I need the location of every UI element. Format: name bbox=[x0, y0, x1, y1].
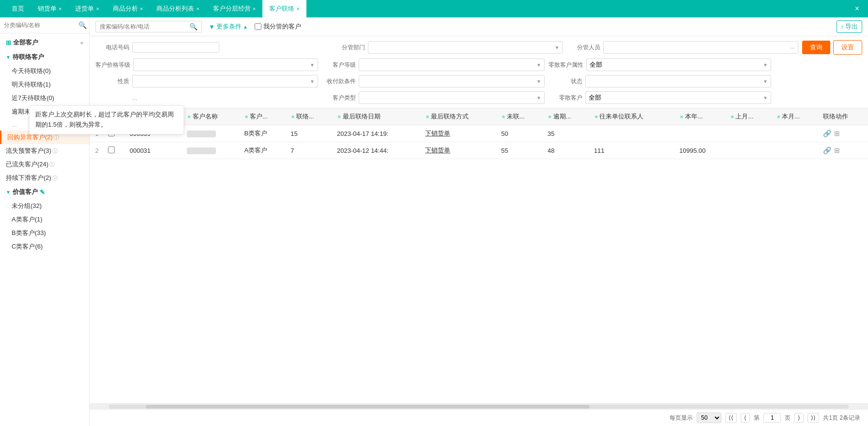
nav-customer-contact[interactable]: 客户联络 × bbox=[262, 0, 306, 17]
edit-icon[interactable]: ✎ bbox=[40, 189, 45, 196]
row-checkbox[interactable] bbox=[104, 142, 126, 159]
row-last-way[interactable]: 下销货单 bbox=[421, 125, 497, 142]
col-this-year[interactable]: ≡ 本年... bbox=[675, 108, 726, 125]
customer-type-select[interactable]: ▼ bbox=[359, 91, 545, 104]
sidebar-all-customers[interactable]: ⊞ 全部客户 « bbox=[0, 35, 89, 50]
nav-customer-contact-close[interactable]: × bbox=[296, 6, 299, 12]
my-customers-check[interactable]: 我分管的客户 bbox=[255, 22, 301, 31]
per-page-select[interactable]: 50 100 bbox=[697, 412, 721, 423]
action-grid-icon[interactable]: ⊞ bbox=[834, 147, 840, 154]
more-dots[interactable]: ... bbox=[132, 94, 137, 102]
action-grid-icon[interactable]: ⊞ bbox=[834, 130, 840, 137]
nav-sales[interactable]: 销货单 × bbox=[31, 0, 68, 17]
close-all-tabs[interactable]: × bbox=[851, 4, 863, 13]
info-icon-lost[interactable]: ⓘ bbox=[52, 147, 58, 155]
grid-icon: ⊞ bbox=[6, 39, 11, 46]
row-this-month bbox=[773, 125, 819, 142]
col-last-date[interactable]: ≡ 最后联络日期 bbox=[333, 108, 421, 125]
pag-last-btn[interactable]: ⟩⟩ bbox=[807, 413, 819, 423]
sidebar-value-header[interactable]: ▼ 价值客户 ✎ bbox=[0, 185, 89, 199]
sidebar-search-input[interactable] bbox=[4, 22, 76, 29]
sidebar-search-icon[interactable]: 🔍 bbox=[78, 21, 87, 29]
nav-product-analysis[interactable]: 商品分析 × bbox=[106, 0, 150, 17]
nav-product-analysis-list[interactable]: 商品分析列表 × bbox=[150, 0, 206, 17]
col-this-month[interactable]: ≡ 本月... bbox=[773, 108, 819, 125]
retail-attr-arrow: ▼ bbox=[763, 62, 768, 68]
pag-prev-btn[interactable]: ⟨ bbox=[741, 413, 750, 423]
retail-customer-select[interactable]: 全部 ▼ bbox=[585, 91, 771, 104]
nav-sales-close[interactable]: × bbox=[59, 6, 61, 12]
pag-first-btn[interactable]: ⟨⟨ bbox=[725, 413, 737, 423]
query-btn[interactable]: 查询 bbox=[802, 41, 830, 54]
sidebar-item-c-class[interactable]: C类客户(6) bbox=[6, 240, 89, 253]
payment-select[interactable]: ▼ bbox=[359, 75, 545, 88]
pagination-bar: 每页显示 50 100 ⟨⟨ ⟨ 第 页 ⟩ ⟩⟩ 共1页 2条记录 bbox=[90, 409, 868, 426]
col-last-month[interactable]: ≡ 上月... bbox=[726, 108, 773, 125]
filter-retail-customer: 零散客户 全部 ▼ bbox=[548, 91, 771, 104]
export-btn[interactable]: ↑ 导出 bbox=[837, 20, 863, 33]
col-last-way[interactable]: ≡ 最后联络方式 bbox=[421, 108, 497, 125]
customer-level-select[interactable]: ▼ bbox=[359, 59, 545, 71]
nav-purchase[interactable]: 进货单 × bbox=[68, 0, 106, 17]
status-select[interactable]: ▼ bbox=[585, 75, 771, 88]
filter-customer-type: 客户类型 ▼ bbox=[322, 91, 545, 104]
sidebar-search-area: 🔍 bbox=[0, 17, 89, 33]
sidebar-item-lost-warning[interactable]: 流失预警客户(3) ⓘ bbox=[0, 144, 89, 158]
sidebar-item-declining[interactable]: 持续下滑客户(2) ⓘ bbox=[0, 171, 89, 185]
info-icon[interactable]: ⓘ bbox=[54, 134, 59, 141]
pag-next-btn[interactable]: ⟩ bbox=[794, 413, 804, 423]
col-type[interactable]: ≡ 客户... bbox=[240, 108, 287, 125]
sidebar-item-today[interactable]: 今天待联络(0) bbox=[6, 64, 89, 78]
dept-select[interactable]: ▼ bbox=[368, 41, 563, 54]
table-wrapper[interactable]: ⚙ ≡ 客户编码 ≡ 客户名称 bbox=[90, 108, 868, 403]
phone-input[interactable] bbox=[132, 42, 219, 53]
nav-product-analysis-close[interactable]: × bbox=[140, 6, 143, 12]
filter-icon: ▼ bbox=[209, 23, 215, 30]
filter-search-icon[interactable]: 🔍 bbox=[189, 23, 198, 30]
nav-customer-tier[interactable]: 客户分层经营 × bbox=[206, 0, 262, 17]
sidebar-item-7days[interactable]: 近7天待联络(0) bbox=[6, 91, 89, 105]
filter-gender: 性质 ▼ bbox=[95, 75, 318, 88]
info-icon-churned[interactable]: ⓘ bbox=[49, 161, 55, 168]
col-contact[interactable]: ≡ 联络... bbox=[287, 108, 333, 125]
person-select[interactable]: ··· bbox=[603, 41, 798, 54]
search-input[interactable] bbox=[100, 23, 187, 30]
row-last-month bbox=[726, 125, 773, 142]
nav-home[interactable]: 首页 bbox=[5, 0, 31, 17]
sidebar-item-a-class[interactable]: A类客户(1) bbox=[6, 213, 89, 226]
nav-purchase-close[interactable]: × bbox=[96, 6, 99, 12]
sidebar-item-churned[interactable]: 已流失客户(24) ⓘ bbox=[0, 158, 89, 171]
col-overdue[interactable]: ≡ 逾期... bbox=[544, 108, 590, 125]
filter-person: 分管人员 ··· bbox=[566, 41, 798, 54]
more-conditions-btn[interactable]: ▼ 更多条件 ▲ bbox=[206, 21, 251, 32]
col-unreached[interactable]: ≡ 未联... bbox=[497, 108, 544, 125]
action-link-icon[interactable]: 🔗 bbox=[823, 130, 831, 137]
arrow-down-icon: ▼ bbox=[6, 55, 11, 60]
nav-product-analysis-list-close[interactable]: × bbox=[196, 6, 199, 12]
table-scrollbar[interactable] bbox=[90, 403, 868, 409]
sort-icon-lmonth: ≡ bbox=[731, 114, 734, 119]
sort-icon-name: ≡ bbox=[188, 114, 191, 119]
retail-attr-select[interactable]: 全部 ▼ bbox=[586, 59, 771, 71]
nav-customer-tier-close[interactable]: × bbox=[253, 6, 256, 12]
row-last-month bbox=[726, 142, 773, 159]
info-icon-declining[interactable]: ⓘ bbox=[52, 175, 58, 182]
row-contact: 15 bbox=[287, 125, 333, 142]
setting-btn[interactable]: 设置 bbox=[833, 40, 862, 55]
arrow-down-icon-2: ▼ bbox=[6, 190, 11, 195]
row-last-way[interactable]: 下销货单 bbox=[421, 142, 497, 159]
sidebar-pending-header[interactable]: ▼ 待联络客户 bbox=[0, 50, 89, 64]
sidebar-item-tomorrow[interactable]: 明天待联络(1) bbox=[6, 78, 89, 91]
col-name[interactable]: ≡ 客户名称 bbox=[183, 108, 240, 125]
gender-select[interactable]: ▼ bbox=[132, 75, 318, 88]
price-level-select[interactable]: ▼ bbox=[133, 59, 318, 71]
col-unit-contact[interactable]: ≡ 往来单位联系人 bbox=[590, 108, 675, 125]
action-link-icon[interactable]: 🔗 bbox=[823, 147, 831, 154]
page-input[interactable] bbox=[763, 413, 781, 423]
row-unit-contact: 111 bbox=[590, 142, 675, 159]
export-icon: ↑ bbox=[841, 23, 844, 30]
sidebar-item-ungroup[interactable]: 未分组(32) bbox=[6, 199, 89, 213]
top-nav: 首页 销货单 × 进货单 × 商品分析 × 商品分析列表 × 客户分层经营 × … bbox=[0, 0, 868, 17]
sidebar-item-b-class[interactable]: B类客户(33) bbox=[6, 226, 89, 240]
my-customers-checkbox[interactable] bbox=[255, 23, 261, 30]
